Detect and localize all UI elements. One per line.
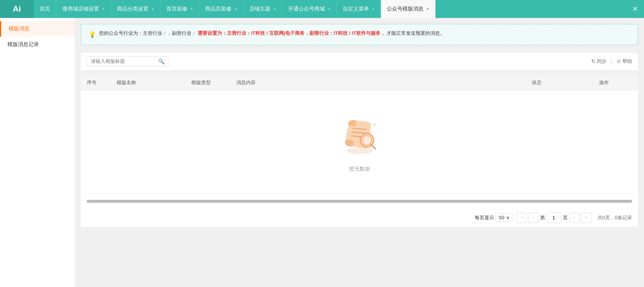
page-label-prefix: 第 (540, 214, 545, 221)
th-name: 模版名称 (111, 75, 185, 91)
scrollbar-thumb (87, 200, 632, 203)
help-icon: ⊙ (617, 58, 621, 64)
sync-button[interactable]: ↻ 同步 (591, 58, 607, 65)
table-container: 序号 模版名称 模版类型 消息内容 状态 操作 (81, 74, 638, 209)
svg-point-9 (345, 133, 347, 135)
notice-box: 💡 您的公众号行业为：主营行业：，副营行业： 需要设置为：主营行业：IT科技 /… (81, 24, 638, 45)
sync-icon: ↻ (591, 58, 595, 64)
tab-close-custom-menu[interactable]: × (372, 6, 375, 12)
prev-page-button[interactable]: ‹ (528, 213, 539, 223)
page-size-dropdown[interactable]: 50 ∨ (496, 213, 513, 222)
nav-tab-custom-menu[interactable]: 自定义菜单× (337, 0, 381, 18)
sidebar-item-template-msg[interactable]: 模版消息 (0, 21, 75, 37)
toolbar: 🔍 ↻ 同步 | ⊙ 帮助 (81, 53, 638, 70)
th-type: 模版类型 (185, 75, 230, 91)
nav-tab-category-settings[interactable]: 商品分类设置× (111, 0, 160, 18)
tab-close-shop-settings[interactable]: × (102, 6, 105, 12)
tab-close-shop-theme[interactable]: × (273, 6, 276, 12)
empty-text: 暂无数据 (349, 166, 370, 172)
help-button[interactable]: ⊙ 帮助 (617, 58, 632, 65)
nav-tab-product-decor[interactable]: 商品页装修× (199, 0, 243, 18)
nav-tab-shop-settings[interactable]: 微商城店铺设置× (56, 0, 111, 18)
last-page-button[interactable]: ⊢ (581, 213, 592, 223)
th-index: 序号 (81, 75, 111, 91)
page-label-suffix: 页 (563, 214, 568, 221)
tab-close-open-mall[interactable]: × (328, 6, 330, 12)
sidebar: 模版消息 模版消息记录 (0, 18, 75, 287)
first-page-button[interactable]: ⊣ (516, 213, 527, 223)
sidebar-item-template-msg-record[interactable]: 模版消息记录 (0, 37, 75, 52)
notice-text: 您的公众号行业为：主营行业：，副营行业： 需要设置为：主营行业：IT科技 / 互… (99, 30, 630, 37)
logo: Ai (0, 0, 34, 18)
toolbar-divider: | (611, 58, 612, 64)
tab-close-homepage-decor[interactable]: × (190, 6, 193, 12)
th-status: 状态 (526, 75, 593, 91)
nav-tab-homepage-decor[interactable]: 首页装修× (160, 0, 199, 18)
svg-line-6 (371, 144, 375, 149)
page-number-input[interactable] (546, 213, 561, 223)
page-size-select: 每页显示 50 ∨ (475, 213, 513, 222)
svg-point-0 (346, 148, 373, 154)
top-navigation: Ai 首页微商城店铺设置×商品分类设置×首页装修×商品页装修×店铺主题×开通公众… (0, 0, 644, 18)
nav-tab-template-msg[interactable]: 公众号模版消息× (381, 0, 435, 18)
dropdown-arrow-icon: ∨ (506, 215, 510, 220)
toolbar-right: ↻ 同步 | ⊙ 帮助 (591, 58, 632, 65)
th-action: 操作 (593, 75, 638, 91)
page-nav: ⊣ ‹ 第 页 › ⊢ (516, 213, 592, 223)
next-page-button[interactable]: › (569, 213, 580, 223)
svg-point-8 (377, 128, 378, 130)
th-content: 消息内容 (230, 75, 526, 91)
total-info: 共0页，0条记录 (598, 214, 632, 221)
main-layout: 模版消息 模版消息记录 💡 您的公众号行业为：主营行业：，副营行业： 需要设置为… (0, 18, 644, 287)
nav-tab-open-mall[interactable]: 开通公众号商城× (282, 0, 337, 18)
window-close-button[interactable]: ✕ (626, 0, 644, 18)
table-header: 序号 模版名称 模版类型 消息内容 状态 操作 (81, 74, 638, 91)
nav-tab-shop-theme[interactable]: 店铺主题× (243, 0, 282, 18)
scroll-bar-area (81, 193, 638, 209)
horizontal-scrollbar[interactable] (87, 200, 632, 203)
search-icon[interactable]: 🔍 (158, 58, 164, 64)
notice-icon: 💡 (89, 30, 96, 40)
tab-close-template-msg[interactable]: × (426, 6, 429, 12)
search-input[interactable] (91, 58, 158, 64)
search-box: 🔍 (87, 57, 169, 66)
page-size-value: 50 (499, 215, 504, 220)
svg-point-7 (373, 123, 376, 126)
nav-tab-home[interactable]: 首页 (34, 0, 56, 18)
tab-close-product-decor[interactable]: × (234, 6, 237, 12)
svg-point-5 (363, 136, 372, 145)
pagination: 每页显示 50 ∨ ⊣ ‹ 第 页 › ⊢ 共0页，0条记录 (81, 209, 638, 227)
nav-tabs: 首页微商城店铺设置×商品分类设置×首页装修×商品页装修×店铺主题×开通公众号商城… (34, 0, 626, 18)
empty-illustration (337, 113, 382, 158)
page-size-label: 每页显示 (475, 214, 494, 221)
tab-close-category-settings[interactable]: × (151, 6, 154, 12)
content-area: 💡 您的公众号行业为：主营行业：，副营行业： 需要设置为：主营行业：IT科技 /… (75, 18, 644, 287)
empty-state: 暂无数据 (81, 91, 638, 193)
